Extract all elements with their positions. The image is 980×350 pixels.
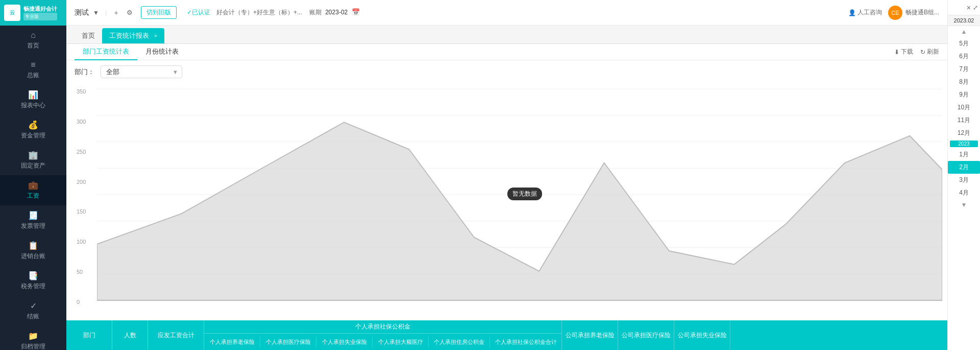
sidebar-item-home[interactable]: ⌂ 首页 xyxy=(0,26,66,55)
month-10[interactable]: 10月 xyxy=(948,101,980,114)
month-4[interactable]: 4月 xyxy=(948,186,980,199)
top-header: 测试 ▼ | ＋ ⚙ 切到旧版 ✓已认证 好会计（专）+好生意（标）+... 账… xyxy=(66,0,947,26)
sub-tab-container: 部门工资统计表 月份统计表 ⬇ 下载 ↻ 刷新 xyxy=(66,44,947,60)
assets-icon: 🏢 xyxy=(28,150,38,160)
salary-icon: 💼 xyxy=(28,180,38,190)
sidebar-item-report-center[interactable]: 📊 报表中心 xyxy=(0,85,66,115)
month-3[interactable]: 3月 xyxy=(948,174,980,186)
header-dropdown[interactable]: ▼ xyxy=(93,9,99,16)
month-1[interactable]: 1月 xyxy=(948,148,980,161)
month-7[interactable]: 7月 xyxy=(948,63,980,76)
th-group-personal: 个人承担社保公积金 个人承担养老保险 个人承担医疗保险 个人承担失业保险 个人承… xyxy=(204,320,562,350)
y-label-0: 0 xyxy=(77,299,86,305)
th-company-unemployment: 公司承担失业保险 xyxy=(674,320,730,350)
month-5[interactable]: 5月 xyxy=(948,37,980,50)
period-label: 账期 xyxy=(309,9,322,16)
month-nav-up[interactable]: ▲ xyxy=(948,26,980,37)
home-icon: ⌂ xyxy=(31,31,36,40)
th-group-personal-cells: 个人承担养老保险 个人承担医疗保险 个人承担失业保险 个人承担大额医疗 个人承担… xyxy=(204,334,561,350)
sub-tab-dept[interactable]: 部门工资统计表 xyxy=(75,44,137,60)
help-btn[interactable]: 👤 人工咨询 xyxy=(848,8,882,17)
y-label-100: 100 xyxy=(77,239,86,245)
y-label-200: 200 xyxy=(77,179,86,185)
header-status: ✓已认证 好会计（专）+好生意（标）+... 账期 2023-02 📅 xyxy=(187,8,360,17)
main-area: 测试 ▼ | ＋ ⚙ 切到旧版 ✓已认证 好会计（专）+好生意（标）+... 账… xyxy=(66,0,947,350)
chart-y-axis: 0 50 100 150 200 250 300 350 xyxy=(77,88,86,305)
tab-close-btn[interactable]: × xyxy=(154,33,157,39)
report-icon: 📊 xyxy=(28,90,38,100)
month-nav-down[interactable]: ▼ xyxy=(948,199,980,211)
fund-icon: 💰 xyxy=(28,120,38,130)
header-sep1: | xyxy=(105,9,107,16)
th-personal-pension: 个人承担养老保险 xyxy=(204,337,260,347)
month-12[interactable]: 12月 xyxy=(948,127,980,139)
sidebar-item-sales-ledger[interactable]: 📋 进销台账 xyxy=(0,236,66,266)
sidebar-item-salary[interactable]: 💼 工资 xyxy=(0,175,66,205)
settings-header-icon[interactable]: ⚙ xyxy=(127,9,133,16)
th-personal-medical: 个人承担医疗保险 xyxy=(260,337,316,347)
dept-label: 部门： xyxy=(75,67,94,77)
settlement-icon: ✓ xyxy=(30,301,37,311)
th-headcount: 人数 xyxy=(112,320,148,350)
switch-to-old-btn[interactable]: 切到旧版 xyxy=(141,6,177,19)
right-panel: × ⤢ 2023.02 ▲ 5月 6月 7月 8月 9月 10月 11月 12月… xyxy=(947,0,980,350)
right-panel-header: × ⤢ xyxy=(948,0,980,15)
dept-select-wrapper: 全部 销售部 财务部 人事部 技术部 ▼ xyxy=(101,65,182,78)
sidebar-item-settlement[interactable]: ✓ 结账 xyxy=(0,296,66,326)
ledger-icon: ≡ xyxy=(31,60,35,69)
th-company-medical: 公司承担医疗保险 xyxy=(618,320,674,350)
th-dept: 部门 xyxy=(66,320,112,350)
sidebar-item-general-ledger[interactable]: ≡ 总账 xyxy=(0,55,66,85)
calendar-icon[interactable]: 📅 xyxy=(352,8,360,16)
tab-bar: 首页 工资统计报表 × xyxy=(66,26,947,44)
y-label-350: 350 xyxy=(77,88,86,95)
chart-container: 0 50 100 150 200 250 300 350 xyxy=(66,83,947,320)
right-panel-close-btn[interactable]: × xyxy=(967,4,971,12)
tab-home[interactable]: 首页 xyxy=(75,28,102,43)
month-11[interactable]: 11月 xyxy=(948,114,980,127)
sidebar-item-fixed-assets[interactable]: 🏢 固定资产 xyxy=(0,145,66,175)
sales-icon: 📋 xyxy=(28,241,38,250)
tax-icon: 📑 xyxy=(28,271,38,281)
dept-toolbar: 部门： 全部 销售部 财务部 人事部 技术部 ▼ xyxy=(66,60,947,83)
header-right: 👤 人工咨询 CE 畅捷通B组... xyxy=(848,6,939,20)
tab-salary[interactable]: 工资统计报表 × xyxy=(102,28,164,43)
y-label-250: 250 xyxy=(77,149,86,155)
download-btn[interactable]: ⬇ 下载 xyxy=(894,48,913,56)
sub-tab-monthly[interactable]: 月份统计表 xyxy=(137,44,187,60)
y-label-300: 300 xyxy=(77,119,86,125)
period-value: 2023-02 xyxy=(325,9,348,16)
header-title: 测试 xyxy=(75,8,89,17)
th-personal-unemployment: 个人承担失业保险 xyxy=(316,337,373,347)
sub-tabs: 部门工资统计表 月份统计表 xyxy=(75,44,894,60)
logo-icon: 云 xyxy=(4,5,20,21)
year-display[interactable]: 2023.02 xyxy=(948,15,980,26)
sidebar: 云 畅捷通好会计 专业版 ⌂ 首页 ≡ 总账 📊 报表中心 💰 资金管理 🏢 固… xyxy=(0,0,66,350)
table-header-bar: 部门 人数 应发工资合计 个人承担社保公积金 个人承担养老保险 个人承担医疗保险… xyxy=(66,320,947,350)
add-button[interactable]: ＋ xyxy=(113,8,119,17)
content-area: 部门工资统计表 月份统计表 ⬇ 下载 ↻ 刷新 部门： 全部 销售部 xyxy=(66,44,947,350)
month-list: ▲ 5月 6月 7月 8月 9月 10月 11月 12月 2023 1月 2月 … xyxy=(948,26,980,350)
th-total-salary: 应发工资合计 xyxy=(148,320,204,350)
refresh-btn[interactable]: ↻ 刷新 xyxy=(920,48,939,56)
refresh-icon: ↻ xyxy=(920,49,925,56)
th-personal-total: 个人承担社保公积金合计 xyxy=(490,337,561,347)
dept-select[interactable]: 全部 销售部 财务部 人事部 技术部 xyxy=(101,65,182,78)
user-profile[interactable]: CE 畅捷通B组... xyxy=(888,6,939,20)
sidebar-item-tax[interactable]: 📑 税务管理 xyxy=(0,266,66,296)
sidebar-item-archive[interactable]: 📁 归档管理 xyxy=(0,326,66,350)
y-label-150: 150 xyxy=(77,208,86,215)
sidebar-item-fund-management[interactable]: 💰 资金管理 xyxy=(0,115,66,145)
month-2-active[interactable]: 2月 xyxy=(948,161,980,174)
right-panel-expand-btn[interactable]: ⤢ xyxy=(973,4,978,11)
help-icon: 👤 xyxy=(848,9,856,16)
month-8[interactable]: 8月 xyxy=(948,76,980,88)
svg-marker-9 xyxy=(97,122,942,300)
month-9[interactable]: 9月 xyxy=(948,88,980,101)
th-company-pension: 公司承担养老保险 xyxy=(562,320,618,350)
content-toolbar-right: ⬇ 下载 ↻ 刷新 xyxy=(894,48,939,56)
sidebar-item-invoice[interactable]: 🧾 发票管理 xyxy=(0,205,66,236)
download-icon: ⬇ xyxy=(894,49,899,56)
th-personal-housing-fund: 个人承担住房公积金 xyxy=(429,337,490,347)
month-6[interactable]: 6月 xyxy=(948,50,980,63)
